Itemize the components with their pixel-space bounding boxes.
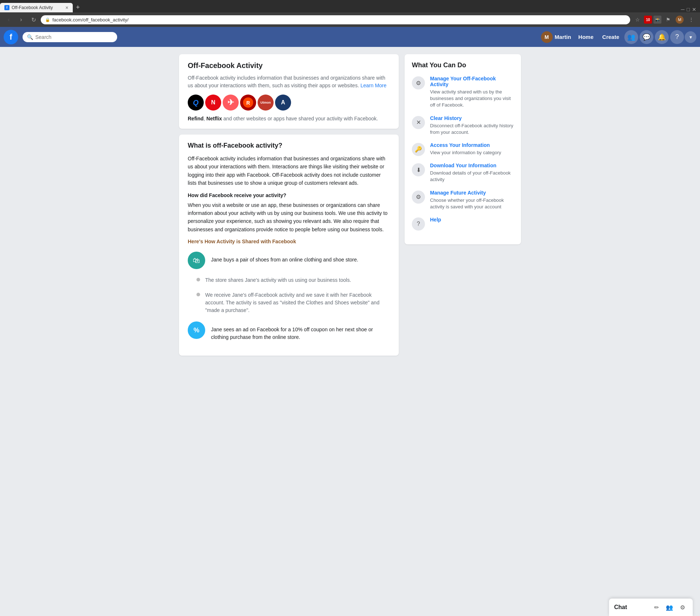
activity-note: Refind, Netflix and other websites or ap… <box>188 116 390 121</box>
step1-text: Jane buys a pair of shoes from an online… <box>211 252 358 264</box>
reddit-icon: R <box>243 97 253 108</box>
download-info-link[interactable]: Download Your Information <box>430 163 514 168</box>
sidebar-item-manage: ⚙ Manage Your Off-Facebook Activity View… <box>412 76 514 109</box>
info-card-title: What is off-Facebook activity? <box>188 142 390 149</box>
extension-button-2[interactable]: 📸 <box>653 16 661 24</box>
story-step-2: % Jane sees an ad on Facebook for a 10% … <box>188 321 390 341</box>
user-profile-nav[interactable]: M Martin <box>538 29 574 45</box>
future-activity-link[interactable]: Manage Future Activity <box>430 190 514 196</box>
forward-button[interactable]: › <box>16 15 26 25</box>
avatar: M <box>541 31 553 43</box>
clear-history-desc: Disconnect off-Facebook activity history… <box>430 123 514 136</box>
shared-title: Here's How Activity is Shared with Faceb… <box>188 239 390 244</box>
learn-more-link[interactable]: Learn More <box>361 83 387 88</box>
tab-favicon: f <box>4 5 9 10</box>
messenger-button[interactable]: 💬 <box>640 30 653 44</box>
minimize-button[interactable]: ─ <box>681 7 685 12</box>
dot-bullet-1 <box>196 278 200 281</box>
home-link[interactable]: Home <box>574 31 598 43</box>
activity-card-desc: Off-Facebook activity includes informati… <box>188 74 390 89</box>
right-panel: What You Can Do ⚙ Manage Your Off-Facebo… <box>405 54 521 356</box>
search-bar: 🔍 <box>23 32 117 42</box>
browser-chrome: f Off-Facebook Activity × + ─ □ ✕ ‹ › ↻ … <box>0 0 700 27</box>
app-icon-airbnb: ✈ <box>223 95 239 111</box>
left-panel: Off-Facebook Activity Off-Facebook activ… <box>179 54 399 356</box>
maximize-button[interactable]: □ <box>687 7 690 12</box>
info-card: What is off-Facebook activity? Off-Faceb… <box>179 135 399 356</box>
active-tab[interactable]: f Off-Facebook Activity × <box>0 3 73 12</box>
user-profile-button[interactable]: M <box>675 15 685 25</box>
friends-button[interactable]: 👥 <box>624 30 638 44</box>
help-icon: ? <box>412 217 425 231</box>
download-info-content: Download Your Information Download detai… <box>430 163 514 183</box>
refresh-button[interactable]: ↻ <box>28 15 39 25</box>
help-link[interactable]: Help <box>430 217 514 223</box>
access-info-content: Access Your Information View your inform… <box>430 142 514 156</box>
dot-steps: The store shares Jane's activity with us… <box>196 276 390 314</box>
access-info-desc: View your information by category <box>430 149 514 156</box>
extension-button-3[interactable]: ⚑ <box>663 15 673 25</box>
manage-activity-icon: ⚙ <box>412 76 425 89</box>
dot-bullet-2 <box>196 293 200 296</box>
step2-text: Jane sees an ad on Facebook for a 10% of… <box>211 321 390 341</box>
app-icon-n: N <box>205 95 221 111</box>
svg-text:R: R <box>246 100 250 106</box>
sidebar-title: What You Can Do <box>412 61 514 69</box>
browser-tabs: f Off-Facebook Activity × + ─ □ ✕ <box>0 0 700 12</box>
user-name: Martin <box>555 34 571 40</box>
info-paragraph-2: When you visit a website or use an app, … <box>188 201 390 234</box>
address-bar[interactable]: 🔒 facebook.com/off_facebook_activity/ <box>41 15 630 24</box>
sidebar-card: What You Can Do ⚙ Manage Your Off-Facebo… <box>405 54 521 244</box>
app-icons-row: Q N ✈ R Utmon A <box>188 95 390 111</box>
bookmark-button[interactable]: ☆ <box>632 15 643 25</box>
dot-step-2: We receive Jane's off-Facebook activity … <box>196 291 390 314</box>
new-tab-button[interactable]: + <box>73 2 83 12</box>
story-step-1: 🛍 Jane buys a pair of shoes from an onli… <box>188 252 390 269</box>
dot-step-1-text: The store shares Jane's activity with us… <box>205 276 351 284</box>
future-activity-icon: ⚙ <box>412 191 425 204</box>
info-paragraph-1: Off-Facebook activity includes informati… <box>188 155 390 187</box>
extension-button-1[interactable]: 10 <box>644 16 652 24</box>
sidebar-item-help: ? Help <box>412 217 514 231</box>
sidebar-item-clear: ✕ Clear History Disconnect off-Facebook … <box>412 115 514 136</box>
security-icon: 🔒 <box>45 17 50 22</box>
manage-activity-link[interactable]: Manage Your Off-Facebook Activity <box>430 76 514 87</box>
download-info-icon: ⬇ <box>412 163 425 176</box>
access-info-icon: 🔑 <box>412 143 425 156</box>
download-info-desc: Download details of your off-Facebook ac… <box>430 170 514 183</box>
activity-card-title: Off-Facebook Activity <box>188 61 390 70</box>
back-button[interactable]: ‹ <box>4 15 14 25</box>
app-icon-q: Q <box>188 95 204 111</box>
notifications-button[interactable]: 🔔 <box>655 30 669 44</box>
activity-summary-card: Off-Facebook Activity Off-Facebook activ… <box>179 54 399 129</box>
app-icon-a: A <box>275 95 291 111</box>
manage-activity-content: Manage Your Off-Facebook Activity View a… <box>430 76 514 109</box>
browser-toolbar: ‹ › ↻ 🔒 facebook.com/off_facebook_activi… <box>0 12 700 27</box>
facebook-navbar: f 🔍 M Martin Home Create 👥 💬 🔔 ? ▾ <box>0 27 700 47</box>
info-subtitle: How did Facebook receive your activity? <box>188 192 390 198</box>
close-window-button[interactable]: ✕ <box>692 7 696 12</box>
dot-step-2-text: We receive Jane's off-Facebook activity … <box>205 291 390 314</box>
note-prefix: Refind <box>188 116 204 121</box>
main-content: Off-Facebook Activity Off-Facebook activ… <box>150 47 550 363</box>
dot-step-1: The store shares Jane's activity with us… <box>196 276 390 284</box>
toolbar-right: ☆ 10 📸 ⚑ M ⋮ <box>632 15 696 25</box>
sidebar-item-download: ⬇ Download Your Information Download det… <box>412 163 514 183</box>
tab-close-button[interactable]: × <box>65 5 68 10</box>
clear-history-link[interactable]: Clear History <box>430 115 514 121</box>
future-activity-content: Manage Future Activity Choose whether yo… <box>430 190 514 210</box>
tab-title: Off-Facebook Activity <box>12 5 63 10</box>
dropdown-button[interactable]: ▾ <box>685 31 696 43</box>
search-icon: 🔍 <box>27 34 33 40</box>
note-bold: Netflix <box>206 116 222 121</box>
sidebar-item-access: 🔑 Access Your Information View your info… <box>412 142 514 156</box>
access-info-link[interactable]: Access Your Information <box>430 142 514 148</box>
clear-history-content: Clear History Disconnect off-Facebook ac… <box>430 115 514 136</box>
create-link[interactable]: Create <box>598 31 624 43</box>
manage-activity-desc: View activity shared with us by the busi… <box>430 89 514 109</box>
browser-menu-button[interactable]: ⋮ <box>686 15 696 25</box>
search-input[interactable] <box>35 34 113 40</box>
sidebar-item-future: ⚙ Manage Future Activity Choose whether … <box>412 190 514 210</box>
app-icon-utmon: Utmon <box>258 95 274 111</box>
help-button[interactable]: ? <box>670 30 684 44</box>
